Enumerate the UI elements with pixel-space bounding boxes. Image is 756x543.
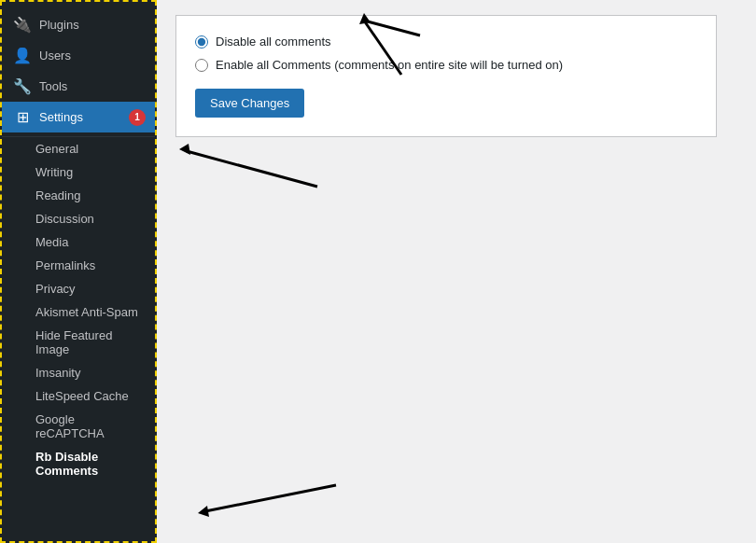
main-content: Disable all comments Enable all Comments… — [157, 0, 756, 543]
enable-all-radio[interactable] — [195, 59, 208, 72]
submenu-akismet[interactable]: Akismet Anti-Spam — [2, 300, 155, 324]
sidebar-item-plugins[interactable]: 🔌 Plugins — [2, 9, 155, 40]
submenu-hide-featured-image[interactable]: Hide Featured Image — [2, 324, 155, 361]
disable-all-option[interactable]: Disable all comments — [195, 35, 697, 49]
submenu-writing[interactable]: Writing — [2, 160, 155, 184]
save-changes-button[interactable]: Save Changes — [195, 89, 304, 118]
tools-icon: 🔧 — [13, 77, 32, 95]
sidebar-item-users[interactable]: 👤 Users — [2, 40, 155, 71]
submenu-general[interactable]: General — [2, 137, 155, 160]
plugins-icon: 🔌 — [13, 16, 32, 34]
submenu-permalinks[interactable]: Permalinks — [2, 254, 155, 277]
submenu-discussion[interactable]: Discussion — [2, 207, 155, 230]
settings-icon: ⊞ — [13, 108, 32, 126]
settings-submenu: General Writing Reading Discussion Media… — [2, 137, 155, 482]
comment-radio-group: Disable all comments Enable all Comments… — [195, 35, 697, 72]
submenu-media[interactable]: Media — [2, 230, 155, 254]
submenu-privacy[interactable]: Privacy — [2, 277, 155, 300]
sidebar-top-items: 🔌 Plugins 👤 Users 🔧 Tools ⊞ Settings 1 — [2, 2, 155, 137]
settings-badge: 1 — [129, 109, 146, 126]
sidebar: 🔌 Plugins 👤 Users 🔧 Tools ⊞ Settings 1 G… — [0, 0, 157, 543]
settings-content-box: Disable all comments Enable all Comments… — [175, 15, 717, 137]
enable-all-label: Enable all Comments (comments on entire … — [216, 58, 563, 72]
svg-marker-5 — [198, 506, 209, 517]
svg-line-4 — [205, 485, 336, 511]
svg-line-2 — [187, 151, 317, 187]
submenu-imsanity[interactable]: Imsanity — [2, 361, 155, 384]
users-icon: 👤 — [13, 47, 32, 64]
sidebar-item-tools-label: Tools — [39, 79, 146, 93]
sidebar-item-plugins-label: Plugins — [39, 18, 146, 32]
disable-all-label: Disable all comments — [216, 35, 331, 49]
sidebar-item-users-label: Users — [39, 49, 146, 63]
submenu-recaptcha[interactable]: Google reCAPTCHA — [2, 408, 155, 445]
sidebar-item-tools[interactable]: 🔧 Tools — [2, 71, 155, 102]
sidebar-item-settings-label: Settings — [39, 110, 121, 124]
enable-all-option[interactable]: Enable all Comments (comments on entire … — [195, 58, 697, 72]
disable-all-radio[interactable] — [195, 35, 208, 49]
submenu-reading[interactable]: Reading — [2, 184, 155, 207]
sidebar-item-settings[interactable]: ⊞ Settings 1 — [2, 102, 155, 132]
submenu-rb-disable-comments[interactable]: Rb Disable Comments — [2, 445, 155, 482]
svg-marker-3 — [179, 144, 190, 155]
submenu-litespeed[interactable]: LiteSpeed Cache — [2, 384, 155, 408]
